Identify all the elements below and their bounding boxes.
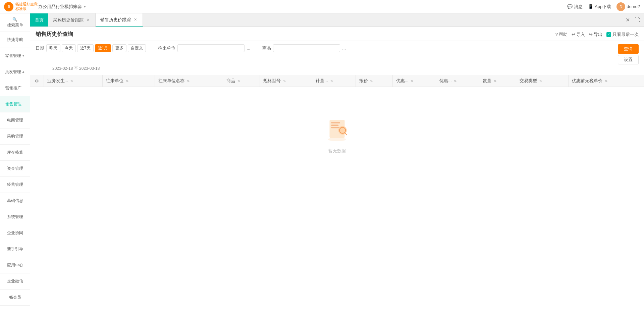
sort-icon: ⇅ xyxy=(370,79,373,83)
content-area: 首页 采购历史价跟踪 ✕ 销售历史价跟踪 ✕ ✕ ⛶ 销售历史价查询 xyxy=(30,13,644,310)
sidebar-item-purchase[interactable]: 采购管理 xyxy=(0,128,30,145)
table-header-unit[interactable]: 计量... ⇅ xyxy=(312,75,356,87)
date-filter-group: 日期 昨天 今天 近7天 近1月 更多 自定义 xyxy=(36,44,146,52)
goods-dots[interactable]: ... xyxy=(342,46,346,51)
close-icon[interactable]: ✕ xyxy=(86,17,91,22)
page-header-actions: ? 帮助 ↩ 导入 ↪ 导出 ✓ 只看最后一次 xyxy=(555,32,639,38)
sidebar-item-finance[interactable]: 资金管理 xyxy=(0,161,30,177)
filter-section: 日期 昨天 今天 近7天 近1月 更多 自定义 往来单位 xyxy=(30,41,644,75)
goods-filter-label: 商品 xyxy=(262,45,271,51)
date-range-display: 2023-02-18 至 2023-03-18 xyxy=(52,66,100,71)
sort-icon: ⇅ xyxy=(126,79,128,83)
sidebar-item-wechat[interactable]: 企业微信 xyxy=(0,273,30,290)
table-header-quantity[interactable]: 数量 ⇅ xyxy=(479,75,516,87)
page-title: 销售历史价查询 xyxy=(36,31,73,38)
sidebar-item-ecommerce[interactable]: 电商管理 xyxy=(0,112,30,128)
import-icon: ↩ xyxy=(572,32,575,37)
settings-button[interactable]: 设置 xyxy=(618,55,639,64)
filter-row-1: 日期 昨天 今天 近7天 近1月 更多 自定义 往来单位 xyxy=(36,44,639,64)
sidebar-item-guide[interactable]: 新手引导 xyxy=(0,241,30,257)
date-btn-7days[interactable]: 近7天 xyxy=(77,44,94,52)
table-container: ⚙ 业务发生... ⇅ 往来单位 ⇅ 往来单位名称 ⇅ xyxy=(30,75,644,181)
sidebar-item-basic[interactable]: 基础信息 xyxy=(0,193,30,209)
table-header-spec[interactable]: 规格型号 ⇅ xyxy=(260,75,312,87)
app-download-button[interactable]: 📱 App下载 xyxy=(588,4,611,10)
table-header-goods[interactable]: 商品 ⇅ xyxy=(223,75,260,87)
import-button[interactable]: ↩ 导入 xyxy=(572,32,585,38)
table-header-price[interactable]: 报价 ⇅ xyxy=(356,75,392,87)
tab-bar-controls: ✕ ⛶ xyxy=(624,13,644,27)
svg-point-0 xyxy=(328,138,346,141)
only-latest-checkbox[interactable]: ✓ 只看最后一次 xyxy=(606,32,639,38)
sidebar-item-wholesale[interactable]: 批发管理 ▲ xyxy=(0,64,30,80)
partner-filter-label: 往来单位 xyxy=(158,45,175,51)
sidebar-item-inventory[interactable]: 库存核算 xyxy=(0,145,30,161)
close-window-icon[interactable]: ✕ xyxy=(624,16,631,24)
avatar: D xyxy=(616,2,625,11)
export-icon: ↪ xyxy=(589,32,593,37)
date-range-buttons: 昨天 今天 近7天 近1月 更多 自定义 xyxy=(46,44,146,52)
tab-home[interactable]: 首页 xyxy=(30,13,48,27)
partner-filter-group: 往来单位 ... xyxy=(158,44,250,52)
chevron-up-icon: ▲ xyxy=(22,69,25,74)
table-header-trade-type[interactable]: 交易类型 ⇅ xyxy=(516,75,569,87)
logo-icon: 6 xyxy=(4,2,13,11)
goods-input[interactable] xyxy=(273,44,340,52)
sidebar-item-sales[interactable]: 销售管理 xyxy=(0,96,30,112)
help-button[interactable]: ? 帮助 xyxy=(555,32,568,38)
tab-purchase[interactable]: 采购历史价跟踪 ✕ xyxy=(48,13,96,27)
user-profile-button[interactable]: D demo2 xyxy=(616,2,640,11)
sidebar-item-marketing[interactable]: 营销推广 xyxy=(0,80,30,96)
maximize-icon[interactable]: ⛶ xyxy=(633,16,641,24)
sort-icon: ⇅ xyxy=(187,79,190,83)
empty-state-text: 暂无数据 xyxy=(328,148,346,154)
table-header-pretax-price[interactable]: 优惠前无税单价 ⇅ xyxy=(569,75,644,87)
sidebar-item-apps[interactable]: 应用中心 xyxy=(0,257,30,273)
date-btn-more[interactable]: 更多 xyxy=(112,44,126,52)
sidebar-item-cooperation[interactable]: 企业协同 xyxy=(0,225,30,241)
chevron-down-icon: ▼ xyxy=(22,53,25,58)
workspace-selector[interactable]: 办公用品行业模拟账套 ▼ xyxy=(38,4,87,10)
date-btn-yesterday[interactable]: 昨天 xyxy=(46,44,60,52)
sidebar-item-retail[interactable]: 零售管理 ▼ xyxy=(0,48,30,64)
home-tab-label: 首页 xyxy=(35,17,44,23)
sort-icon: ⇅ xyxy=(454,79,457,83)
table-header-biz-date[interactable]: 业务发生... ⇅ xyxy=(44,75,103,87)
close-icon[interactable]: ✕ xyxy=(133,17,138,22)
top-bar-right: 💬 消息 📱 App下载 D demo2 xyxy=(567,2,640,11)
sort-icon: ⇅ xyxy=(237,79,240,83)
phone-icon: 📱 xyxy=(588,4,593,9)
sidebar-item-member[interactable]: 畅会员 xyxy=(0,290,30,306)
message-button[interactable]: 💬 消息 xyxy=(567,4,583,10)
partner-input[interactable] xyxy=(177,44,245,52)
table-header-partner-code[interactable]: 往来单位 ⇅ xyxy=(103,75,155,87)
partner-dots[interactable]: ... xyxy=(247,46,250,51)
table-header-partner-name[interactable]: 往来单位名称 ⇅ xyxy=(155,75,223,87)
main-layout: 🔍 搜索菜单 快捷导航 零售管理 ▼ 批发管理 ▲ 营销推广 销售管理 电商管理… xyxy=(0,13,644,310)
page-header: 销售历史价查询 ? 帮助 ↩ 导入 ↪ 导出 ✓ xyxy=(30,27,644,41)
table-header-discount1[interactable]: 优惠... ⇅ xyxy=(392,75,436,87)
date-btn-custom[interactable]: 自定义 xyxy=(128,44,146,52)
svg-rect-4 xyxy=(331,127,339,128)
purchase-tab-label: 采购历史价跟踪 xyxy=(53,17,84,23)
table-header-settings[interactable]: ⚙ xyxy=(30,75,44,87)
sort-icon: ⇅ xyxy=(605,79,607,83)
export-button[interactable]: ↪ 导出 xyxy=(589,32,602,38)
checkbox-checked-icon: ✓ xyxy=(606,32,611,37)
sidebar-item-operation[interactable]: 经营管理 xyxy=(0,177,30,193)
sidebar-item-shortcuts[interactable]: 快捷导航 xyxy=(0,32,30,48)
query-button[interactable]: 查询 xyxy=(618,44,639,54)
date-btn-1month[interactable]: 近1月 xyxy=(95,44,111,52)
empty-state: 暂无数据 xyxy=(30,87,644,181)
svg-rect-2 xyxy=(331,122,340,123)
table-header-row: ⚙ 业务发生... ⇅ 往来单位 ⇅ 往来单位名称 ⇅ xyxy=(30,75,644,87)
sidebar-item-system[interactable]: 系统管理 xyxy=(0,209,30,225)
tab-sales[interactable]: 销售历史价跟踪 ✕ xyxy=(96,13,143,27)
date-btn-today[interactable]: 今天 xyxy=(62,44,76,52)
sidebar-item-search[interactable]: 🔍 搜索菜单 xyxy=(0,13,30,32)
table-header-discount2[interactable]: 优惠... ⇅ xyxy=(436,75,479,87)
data-table: ⚙ 业务发生... ⇅ 往来单位 ⇅ 往来单位名称 ⇅ xyxy=(30,75,644,87)
date-filter-label: 日期 xyxy=(36,45,44,51)
empty-state-icon xyxy=(322,114,352,144)
logo[interactable]: 6 畅捷通好生意 标准版 xyxy=(4,2,34,11)
